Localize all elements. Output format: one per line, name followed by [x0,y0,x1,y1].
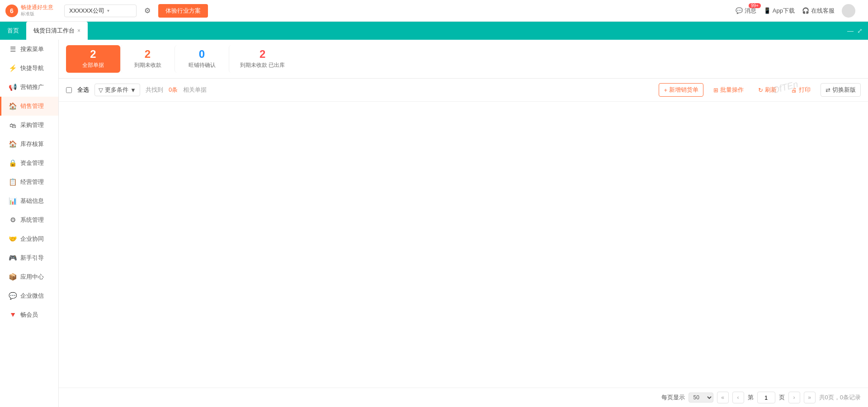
filter-icon: ▽ [99,87,103,94]
settings-button[interactable]: ⚙ [140,4,155,18]
sidebar-item-inventory[interactable]: 🏠 库存核算 [0,135,58,154]
search-icon: ☰ [9,45,17,53]
refresh-button[interactable]: ↻ 刷新 [754,84,781,96]
sidebar-item-purchase[interactable]: 🛍 采购管理 [0,116,58,135]
sidebar-item-operations[interactable]: 📋 经营管理 [0,173,58,192]
sidebar-item-basic-info[interactable]: 📊 基础信息 [0,192,58,211]
operations-icon: 📋 [9,178,17,186]
message-icon: 💬 [736,7,743,14]
sidebar-system-label: 系统管理 [20,216,44,224]
switch-label: 切换新版 [832,86,856,94]
batch-button[interactable]: ⊞ 批量操作 [709,84,748,96]
sidebar-weixin-label: 企业微信 [20,292,44,300]
sidebar-finance-label: 资金管理 [20,159,44,167]
per-page-label: 每页显示 [661,393,685,402]
summary-card-pending[interactable]: 0 旺铺待确认 [175,45,229,73]
weixin-icon: 💬 [9,292,17,300]
tab-home[interactable]: 首页 [0,22,26,40]
sidebar-item-finance[interactable]: 🔒 资金管理 [0,154,58,173]
sidebar-item-weixin[interactable]: 💬 企业微信 [0,286,58,305]
logo-icon: 6 [5,5,18,17]
company-name: XXXXXX公司 [69,7,104,15]
service-icon: 🎧 [802,7,809,14]
sidebar-item-guide[interactable]: 🎮 新手引导 [0,248,58,267]
sidebar-item-system[interactable]: ⚙ 系统管理 [0,211,58,229]
add-label: 新增销货单 [669,86,698,94]
tab-bar: 首页 钱货日清工作台 × — ⤢ [0,22,868,40]
tab-minimize-btn[interactable]: — [847,27,854,34]
batch-label: 批量操作 [720,86,744,94]
found-count: 0条 [169,86,178,94]
inventory-icon: 🏠 [9,140,17,148]
toolbar: 全选 ▽ 更多条件 ▼ 共找到 0条 相关单据 + 新增销货单 ⊞ 批量操作 ↻ [59,79,868,102]
content-area: 2 全部单据 2 到期未收款 0 旺铺待确认 2 到期未收款 已出库 全选 ▽ … [59,40,868,407]
sidebar-member-label: 畅会员 [20,311,38,319]
chevron-down-icon: ▾ [107,8,109,13]
sidebar-search-label: 搜索菜单 [20,45,44,53]
tab-close-icon[interactable]: × [77,28,80,34]
main-layout: ☰ 搜索菜单 ⚡ 快捷导航 📢 营销推广 🏠 销售管理 🛍 采购管理 🏠 库存核… [0,40,868,407]
select-all-label: 全选 [77,86,89,94]
guide-icon: 🎮 [9,254,17,262]
online-service-button[interactable]: 🎧 在线客服 [802,7,835,15]
next-page-button[interactable]: › [788,392,800,403]
found-suffix: 相关单据 [183,86,207,94]
toolbar-right: + 新增销货单 ⊞ 批量操作 ↻ 刷新 🖨 打印 ⇄ 切换新版 [659,83,861,97]
sidebar-purchase-label: 采购管理 [20,121,44,129]
per-page-select[interactable]: 50 100 200 [689,393,713,402]
print-label: 打印 [799,86,811,94]
summary-card-shipped[interactable]: 2 到期未收款 已出库 [229,45,296,73]
switch-icon: ⇄ [826,87,830,94]
add-sale-button[interactable]: + 新增销货单 [659,83,703,97]
online-service-label: 在线客服 [811,7,835,15]
logo-area: 6 畅捷通好生意 标准版 [5,4,64,18]
company-selector[interactable]: XXXXXX公司 ▾ [64,5,137,17]
prev-page-button[interactable]: ‹ [732,392,744,403]
pagination-bar: 每页显示 50 100 200 « ‹ 第 页 › » 共0页，0条记录 [59,388,868,407]
app-download-label: App下载 [773,7,795,15]
summary-card-all[interactable]: 2 全部单据 [66,45,120,73]
sidebar: ☰ 搜索菜单 ⚡ 快捷导航 📢 营销推广 🏠 销售管理 🛍 采购管理 🏠 库存核… [0,40,59,407]
print-icon: 🖨 [791,87,797,94]
last-page-button[interactable]: » [804,392,816,403]
page-prefix: 第 [748,393,754,402]
page-number-input[interactable] [757,392,775,403]
enterprise-icon: 🤝 [9,235,17,243]
sidebar-item-search[interactable]: ☰ 搜索菜单 [0,40,58,59]
top-right: 💬 消息 99+ 📱 App下载 🎧 在线客服 [736,4,863,18]
sidebar-enterprise-label: 企业协同 [20,235,44,243]
logo-badge: 标准版 [21,11,53,17]
app-download-button[interactable]: 📱 App下载 [764,7,795,15]
tab-maximize-btn[interactable]: ⤢ [857,27,863,34]
finance-icon: 🔒 [9,159,17,167]
message-button[interactable]: 💬 消息 99+ [736,7,756,15]
card-num-shipped: 2 [259,49,265,60]
sidebar-item-enterprise[interactable]: 🤝 企业协同 [0,229,58,248]
sidebar-item-marketing[interactable]: 📢 营销推广 [0,78,58,97]
sidebar-item-app-center[interactable]: 📦 应用中心 [0,267,58,286]
sidebar-marketing-label: 营销推广 [20,83,44,91]
switch-version-button[interactable]: ⇄ 切换新版 [821,83,861,97]
add-icon: + [664,87,667,94]
tab-home-label: 首页 [7,27,19,35]
tab-active[interactable]: 钱货日清工作台 × [26,22,88,40]
card-label-overdue: 到期未收款 [134,61,161,69]
card-label-shipped: 到期未收款 已出库 [240,61,285,69]
filter-button[interactable]: ▽ 更多条件 ▼ [94,84,140,96]
sidebar-quick-nav-label: 快捷导航 [20,64,44,72]
trial-button[interactable]: 体验行业方案 [158,4,208,18]
first-page-button[interactable]: « [717,392,729,403]
summary-card-overdue[interactable]: 2 到期未收款 [120,45,175,73]
sidebar-item-sales[interactable]: 🏠 销售管理 [0,97,58,116]
sidebar-app-center-label: 应用中心 [20,273,44,281]
card-num-pending: 0 [199,49,205,60]
system-icon: ⚙ [9,216,17,224]
avatar[interactable] [842,4,855,18]
logo-text: 畅捷通好生意 [21,4,53,11]
sidebar-item-quick-nav[interactable]: ⚡ 快捷导航 [0,59,58,78]
sidebar-item-member[interactable]: 🔻 畅会员 [0,305,58,324]
select-all-checkbox[interactable] [66,87,72,93]
filter-chevron-icon: ▼ [130,87,136,94]
print-button[interactable]: 🖨 打印 [787,84,815,96]
sidebar-guide-label: 新手引导 [20,254,44,262]
